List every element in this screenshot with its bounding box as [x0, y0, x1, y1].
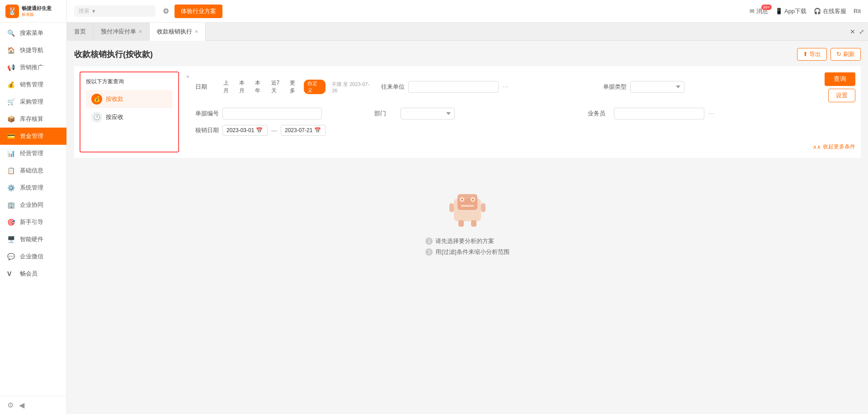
- export-btn[interactable]: ⬆ 导出: [797, 48, 827, 61]
- user-label: Rit: [854, 8, 861, 14]
- header-search-area[interactable]: 搜索 ▾: [74, 5, 156, 17]
- verify-date-start-input[interactable]: 2023-03-01 📅: [222, 125, 268, 136]
- sidebar-item-quick-nav[interactable]: 🏠 快捷导航: [0, 42, 66, 59]
- basic-info-icon: 📋: [7, 167, 16, 174]
- page-title: 收款核销执行(按收款): [74, 49, 153, 60]
- filter-form: 日期 上月 本月 本年 近7天 更多 自定义 不限 至 2023-07-26: [195, 71, 855, 152]
- header-dropdown-icon[interactable]: ▾: [92, 8, 95, 14]
- sidebar-item-sales[interactable]: 💰 销售管理: [0, 76, 66, 93]
- enterprise-icon: 🏢: [7, 201, 16, 209]
- sidebar-item-marketing[interactable]: 📢 营销推广: [0, 59, 66, 76]
- dept-select[interactable]: [401, 108, 455, 119]
- quick-nav-icon: 🏠: [7, 47, 16, 54]
- header-online-service[interactable]: 🎧 在线客服: [814, 7, 846, 15]
- filter-option-by-receivable[interactable]: 🕐 按应收: [86, 108, 173, 126]
- doc-type-select[interactable]: [630, 81, 684, 93]
- dept-label: 部门: [374, 109, 397, 118]
- tab-prepay-close[interactable]: ×: [139, 29, 142, 35]
- sidebar-item-label: 采购管理: [20, 98, 43, 106]
- collapse-label: 收起更多条件: [823, 143, 855, 151]
- tab-close-btn[interactable]: ✕: [850, 28, 855, 35]
- sidebar-item-finance[interactable]: 💳 资金管理: [0, 128, 66, 145]
- date-shortcut-last-month[interactable]: 上月: [222, 78, 236, 95]
- sidebar-item-beginner[interactable]: 🎯 新手引导: [0, 214, 66, 231]
- sidebar-item-label: 资金管理: [20, 132, 43, 140]
- staff-field: 业务员 ···: [588, 108, 794, 119]
- inventory-icon: 📦: [7, 115, 16, 123]
- doc-type-label: 单据类型: [603, 83, 627, 91]
- tab-prepay[interactable]: 预付冲应付单 ×: [94, 23, 150, 41]
- counterpart-input[interactable]: [408, 81, 499, 93]
- logo-text: 畅捷通好生意 标准版: [22, 5, 52, 18]
- date-shortcut-custom[interactable]: 自定义: [304, 80, 326, 94]
- sidebar-item-label: 企业微信: [20, 252, 43, 261]
- svg-rect-1: [458, 194, 477, 210]
- date-shortcut-this-month[interactable]: 本月: [237, 78, 251, 95]
- svg-point-4: [461, 199, 463, 201]
- sidebar-item-search-menu[interactable]: 🔍 搜索菜单: [0, 24, 66, 42]
- date-shortcut-7days[interactable]: 近7天: [269, 78, 287, 95]
- member-icon: V: [7, 270, 16, 277]
- industry-btn[interactable]: 体验行业方案: [175, 5, 222, 18]
- sidebar-item-label: 搜索菜单: [20, 29, 43, 37]
- by-receipt-label: 按收款: [106, 95, 123, 103]
- filter-collapse-toggle[interactable]: »: [186, 71, 195, 152]
- sidebar-item-member[interactable]: V 畅会员: [0, 265, 66, 282]
- filter-row-2: 单据编号 部门 业务员 ···: [195, 108, 855, 119]
- query-btn[interactable]: 查询: [825, 72, 855, 86]
- svg-rect-10: [471, 220, 476, 227]
- date-shortcuts: 上月 本月 本年 近7天 更多 自定义: [222, 78, 326, 95]
- date-no-limit: 不限 至 2023-07-26: [332, 81, 374, 93]
- settings-btn[interactable]: 设置: [828, 89, 855, 102]
- sidebar-item-hardware[interactable]: 🖥️ 智能硬件: [0, 231, 66, 248]
- collapse-more-btn[interactable]: ∧∧ 收起更多条件: [195, 141, 855, 152]
- sidebar-settings-icon[interactable]: ⚙: [7, 401, 14, 409]
- sales-icon: 💰: [7, 81, 16, 88]
- filter-option-by-receipt[interactable]: 💰 按收款: [86, 90, 173, 108]
- sidebar-item-label: 畅会员: [20, 270, 38, 278]
- staff-ellipsis-icon[interactable]: ···: [708, 109, 719, 118]
- tab-receipt-verify[interactable]: 收款核销执行 ×: [150, 23, 206, 41]
- sidebar-item-label: 系统管理: [20, 184, 43, 192]
- sidebar-bottom: ⚙ ◀: [0, 396, 66, 414]
- date-shortcut-this-year[interactable]: 本年: [253, 78, 267, 95]
- beginner-icon: 🎯: [7, 219, 16, 226]
- sidebar-item-basic-info[interactable]: 📋 基础信息: [0, 162, 66, 179]
- sidebar-item-purchase[interactable]: 🛒 采购管理: [0, 93, 66, 110]
- sidebar-item-inventory[interactable]: 📦 库存核算: [0, 110, 66, 128]
- calendar-start-icon[interactable]: 📅: [256, 127, 263, 133]
- date-field: 日期 上月 本月 本年 近7天 更多 自定义 不限 至 2023-07-26: [195, 78, 374, 95]
- verify-date-field: 核销日期 2023-03-01 📅 — 2023-07-21 📅: [195, 125, 855, 136]
- tab-receipt-close[interactable]: ×: [195, 29, 198, 35]
- doc-no-input[interactable]: [222, 108, 322, 119]
- sidebar-item-wechat[interactable]: 💬 企业微信: [0, 248, 66, 265]
- header-user[interactable]: Rit: [854, 8, 861, 14]
- header-app-download[interactable]: 📱 App下载: [775, 7, 807, 15]
- header-messages[interactable]: ✉ 消息 99+: [750, 7, 768, 15]
- verify-date-end-input[interactable]: 2023-07-21 📅: [281, 125, 326, 136]
- sidebar-item-enterprise[interactable]: 🏢 企业协同: [0, 196, 66, 214]
- tab-fullscreen-btn[interactable]: ⤢: [859, 28, 864, 35]
- finance-icon: 💳: [7, 133, 16, 140]
- verify-date-start-value: 2023-03-01: [226, 127, 254, 133]
- wechat-icon: 💬: [7, 253, 16, 260]
- service-label: 在线客服: [823, 7, 846, 15]
- top-header: 搜索 ▾ ⚙ 体验行业方案 ✉ 消息 99+ 📱 App下载 🎧 在线客服 Ri…: [67, 0, 868, 23]
- hardware-icon: 🖥️: [7, 236, 16, 243]
- counterpart-ellipsis-icon[interactable]: ···: [502, 83, 513, 91]
- filter-actions: 查询 设置: [825, 71, 855, 102]
- tab-home[interactable]: 首页: [67, 23, 94, 41]
- sidebar-collapse-icon[interactable]: ◀: [19, 401, 24, 409]
- date-shortcut-more[interactable]: 更多: [288, 78, 302, 95]
- sidebar-item-operations[interactable]: 📊 经营管理: [0, 145, 66, 162]
- dept-field: 部门: [374, 108, 580, 119]
- logo-icon: 🐰: [5, 5, 19, 18]
- svg-point-5: [472, 199, 474, 201]
- operations-icon: 📊: [7, 150, 16, 157]
- staff-input[interactable]: [614, 108, 704, 119]
- refresh-btn[interactable]: ↻ 刷新: [830, 48, 861, 61]
- sidebar-item-label: 库存核算: [20, 115, 43, 123]
- header-gear-icon[interactable]: ⚙: [163, 7, 169, 15]
- sidebar-item-system[interactable]: ⚙️ 系统管理: [0, 179, 66, 196]
- calendar-end-icon[interactable]: 📅: [314, 127, 321, 133]
